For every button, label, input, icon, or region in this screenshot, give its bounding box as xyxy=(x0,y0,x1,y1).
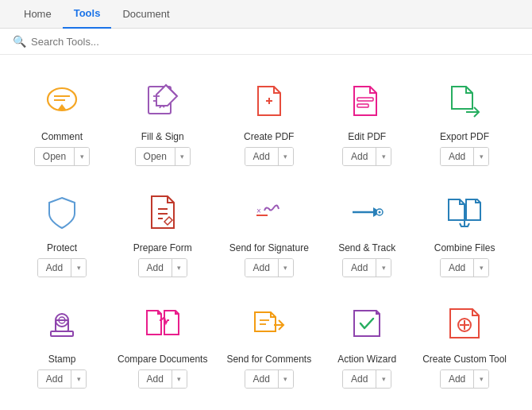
send-comments-icon xyxy=(245,300,293,347)
compare-documents-icon xyxy=(139,300,187,347)
tool-item-protect: ProtectAdd▾ xyxy=(19,179,105,284)
create-pdf-btn-main[interactable]: Add xyxy=(245,148,279,165)
compare-documents-btn-dropdown[interactable]: ▾ xyxy=(172,370,187,388)
combine-files-btn-main[interactable]: Add xyxy=(441,259,474,277)
fill-sign-btn-main[interactable]: Open xyxy=(136,148,175,165)
tool-item-edit-pdf: Edit PDFAdd▾ xyxy=(324,68,410,172)
action-wizard-btn-main[interactable]: Add xyxy=(343,370,376,388)
tool-item-export-pdf: Export PDFAdd▾ xyxy=(416,68,513,172)
tools-grid: CommentOpen▾ Fill & SignOpen▾ Create PDF… xyxy=(0,55,532,401)
tool-item-send-track: Send & TrackAdd▾ xyxy=(324,179,410,284)
tool-item-compare-documents: Compare DocumentsAdd▾ xyxy=(111,290,214,395)
protect-btn-dropdown[interactable]: ▾ xyxy=(71,259,86,277)
tool-item-comment: CommentOpen▾ xyxy=(19,68,105,172)
nav-document[interactable]: Document xyxy=(111,0,180,29)
send-comments-label: Send for Comments xyxy=(226,354,311,365)
create-pdf-icon xyxy=(245,77,293,125)
send-comments-btn-main[interactable]: Add xyxy=(245,370,279,388)
protect-btn-wrap: Add▾ xyxy=(37,258,87,277)
send-track-btn-dropdown[interactable]: ▾ xyxy=(376,259,391,277)
svg-text:×: × xyxy=(256,207,261,215)
send-for-signature-icon: × xyxy=(245,188,293,236)
svg-marker-3 xyxy=(57,104,67,110)
protect-btn-main[interactable]: Add xyxy=(38,259,71,277)
compare-documents-btn-wrap: Add▾ xyxy=(138,369,187,389)
send-for-signature-btn-dropdown[interactable]: ▾ xyxy=(279,259,293,277)
create-pdf-btn-wrap: Add▾ xyxy=(245,147,294,166)
edit-pdf-btn-main[interactable]: Add xyxy=(343,148,376,165)
search-input[interactable] xyxy=(31,36,190,48)
combine-files-label: Combine Files xyxy=(434,242,495,253)
comment-label: Comment xyxy=(41,131,83,142)
tool-item-create-custom-tool: Create Custom ToolAdd▾ xyxy=(416,290,513,395)
comment-btn-wrap: Open▾ xyxy=(34,147,90,166)
tool-item-fill-sign: Fill & SignOpen▾ xyxy=(111,68,214,172)
send-for-signature-label: Send for Signature xyxy=(229,242,309,253)
nav-tools[interactable]: Tools xyxy=(63,0,112,29)
prepare-form-btn-main[interactable]: Add xyxy=(139,259,172,277)
tool-item-combine-files: Combine FilesAdd▾ xyxy=(416,179,513,284)
tool-item-stamp: StampAdd▾ xyxy=(19,290,105,395)
edit-pdf-icon xyxy=(343,77,391,125)
comment-icon xyxy=(38,77,86,125)
action-wizard-icon xyxy=(343,300,391,347)
compare-documents-btn-main[interactable]: Add xyxy=(139,370,172,388)
create-custom-tool-btn-main[interactable]: Add xyxy=(441,370,474,388)
export-pdf-icon xyxy=(441,77,488,125)
fill-sign-btn-wrap: Open▾ xyxy=(135,147,191,166)
action-wizard-label: Action Wizard xyxy=(337,354,396,365)
send-track-btn-main[interactable]: Add xyxy=(343,259,376,277)
create-pdf-btn-dropdown[interactable]: ▾ xyxy=(279,148,293,165)
export-pdf-label: Export PDF xyxy=(440,131,489,142)
create-custom-tool-icon xyxy=(441,300,488,347)
nav-bar: Home Tools Document xyxy=(0,0,532,29)
edit-pdf-btn-dropdown[interactable]: ▾ xyxy=(376,148,391,165)
send-track-icon xyxy=(343,188,391,236)
create-pdf-label: Create PDF xyxy=(244,131,294,142)
fill-sign-icon xyxy=(139,77,187,125)
stamp-btn-wrap: Add▾ xyxy=(37,369,87,389)
send-track-label: Send & Track xyxy=(338,242,395,253)
comment-btn-dropdown[interactable]: ▾ xyxy=(75,148,89,165)
prepare-form-btn-dropdown[interactable]: ▾ xyxy=(172,259,187,277)
export-pdf-btn-dropdown[interactable]: ▾ xyxy=(474,148,488,165)
send-comments-btn-dropdown[interactable]: ▾ xyxy=(279,370,293,388)
tool-item-send-comments: Send for CommentsAdd▾ xyxy=(220,290,318,395)
compare-documents-label: Compare Documents xyxy=(118,354,207,365)
combine-files-btn-dropdown[interactable]: ▾ xyxy=(474,259,488,277)
stamp-btn-dropdown[interactable]: ▾ xyxy=(71,370,86,388)
stamp-label: Stamp xyxy=(48,354,76,365)
send-for-signature-btn-wrap: Add▾ xyxy=(245,258,294,277)
edit-pdf-label: Edit PDF xyxy=(348,131,386,142)
tool-item-send-for-signature: × Send for SignatureAdd▾ xyxy=(220,179,318,284)
tool-item-action-wizard: Action WizardAdd▾ xyxy=(324,290,410,395)
send-for-signature-btn-main[interactable]: Add xyxy=(245,259,279,277)
prepare-form-label: Prepare Form xyxy=(133,242,192,253)
comment-btn-main[interactable]: Open xyxy=(35,148,75,165)
prepare-form-btn-wrap: Add▾ xyxy=(138,258,187,277)
nav-home[interactable]: Home xyxy=(13,0,63,29)
protect-icon xyxy=(38,188,86,236)
prepare-form-icon xyxy=(139,188,187,236)
create-custom-tool-label: Create Custom Tool xyxy=(422,354,507,365)
export-pdf-btn-wrap: Add▾ xyxy=(440,147,489,166)
action-wizard-btn-dropdown[interactable]: ▾ xyxy=(376,370,391,388)
tool-item-create-pdf: Create PDFAdd▾ xyxy=(220,68,318,172)
search-bar: 🔍 xyxy=(0,29,532,55)
fill-sign-label: Fill & Sign xyxy=(141,131,184,142)
export-pdf-btn-main[interactable]: Add xyxy=(441,148,474,165)
stamp-btn-main[interactable]: Add xyxy=(38,370,71,388)
edit-pdf-btn-wrap: Add▾ xyxy=(342,147,391,166)
stamp-icon xyxy=(38,300,86,347)
protect-label: Protect xyxy=(47,242,77,253)
combine-files-btn-wrap: Add▾ xyxy=(440,258,489,277)
combine-files-icon xyxy=(441,188,488,236)
svg-point-19 xyxy=(379,211,381,214)
send-track-btn-wrap: Add▾ xyxy=(342,258,391,277)
send-comments-btn-wrap: Add▾ xyxy=(245,369,294,389)
fill-sign-btn-dropdown[interactable]: ▾ xyxy=(175,148,190,165)
create-custom-tool-btn-dropdown[interactable]: ▾ xyxy=(474,370,488,388)
action-wizard-btn-wrap: Add▾ xyxy=(342,369,391,389)
search-icon: 🔍 xyxy=(13,35,26,48)
tool-item-prepare-form: Prepare FormAdd▾ xyxy=(111,179,214,284)
